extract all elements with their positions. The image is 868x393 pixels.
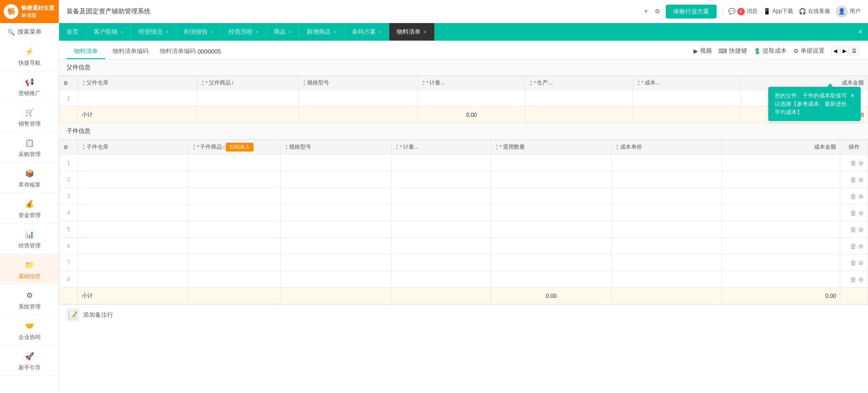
tab-history-close[interactable]: × (255, 29, 258, 35)
child-spec-3[interactable] (281, 188, 391, 205)
child-amount-1[interactable] (722, 155, 840, 171)
view-btn[interactable]: ▶ 视频 (693, 47, 712, 55)
child-unit-4[interactable] (391, 205, 491, 221)
child-spec-4[interactable] (281, 205, 391, 221)
delete-icon-6[interactable]: 🗑 (850, 242, 856, 250)
child-spec-1[interactable] (281, 155, 391, 171)
message-area[interactable]: 💬 6 消息 (728, 7, 758, 15)
child-qty-8[interactable] (491, 271, 612, 288)
child-spec-6[interactable] (281, 238, 391, 254)
tab-goods[interactable]: 商品 × (266, 23, 299, 41)
child-unit-5[interactable] (391, 221, 491, 238)
child-spec-7[interactable] (281, 254, 391, 271)
child-uprice-5[interactable] (611, 221, 722, 238)
child-warehouse-3[interactable] (78, 188, 188, 205)
child-goods-4[interactable] (188, 205, 281, 221)
child-col-settings[interactable]: ⚙ (60, 140, 78, 155)
tab-home[interactable]: 首页 (59, 23, 86, 41)
tab-goods-close[interactable]: × (289, 29, 291, 35)
get-cost-btn[interactable]: 💲 提取成本 (753, 47, 787, 55)
shortcut-btn[interactable]: ⌨ 快捷键 (718, 47, 747, 55)
parent-goods-cell[interactable] (197, 90, 299, 107)
child-uprice-8[interactable] (611, 271, 722, 288)
tab-business[interactable]: 经营情况 × (131, 23, 176, 41)
parent-warehouse-cell[interactable] (78, 90, 197, 107)
child-qty-6[interactable] (491, 238, 612, 254)
tab-profit-close[interactable]: × (211, 29, 213, 35)
copy-icon-6[interactable]: ⊕ (858, 242, 864, 250)
child-warehouse-1[interactable] (78, 155, 188, 171)
tab-barcode-close[interactable]: × (379, 29, 381, 35)
child-unit-6[interactable] (391, 238, 491, 254)
child-goods-6[interactable] (188, 238, 281, 254)
child-warehouse-7[interactable] (78, 254, 188, 271)
sidebar-item-caigou[interactable]: 📋 采购管理 (0, 132, 59, 163)
child-unit-3[interactable] (391, 188, 491, 205)
single-settings-btn[interactable]: ⚙ 单据设置 (793, 47, 825, 55)
sidebar-item-jingying[interactable]: 📊 经营管理 (0, 224, 59, 254)
tab-profit[interactable]: 利润报告 × (176, 23, 221, 41)
settings-icon[interactable]: ⚙ (655, 8, 660, 15)
sidebar-item-xiaoshou[interactable]: 🛒 销售管理 (0, 102, 59, 132)
sidebar-item-xinshou[interactable]: 🚀 新手引导 (0, 345, 59, 376)
trial-button[interactable]: 体验行业方案 (666, 5, 717, 18)
tab-history[interactable]: 经营历程 × (221, 23, 266, 41)
sidebar-item-qiye[interactable]: 🤝 企业协同 (0, 315, 59, 345)
child-amount-4[interactable] (722, 205, 840, 221)
close-all-tabs[interactable]: × (853, 28, 868, 36)
child-goods-info-icon[interactable]: ℹ (223, 145, 225, 150)
sidebar-item-zijin[interactable]: 💰 资金管理 (0, 193, 59, 224)
child-unit-2[interactable] (391, 171, 491, 188)
tab-customer-close[interactable]: × (121, 29, 123, 35)
tab-bom[interactable]: 物料清单 × (389, 23, 434, 41)
prev-btn[interactable]: ◀ (831, 47, 839, 55)
copy-icon-1[interactable]: ⊕ (858, 159, 864, 167)
child-amount-7[interactable] (722, 254, 840, 271)
delete-icon-3[interactable]: 🗑 (850, 193, 856, 200)
child-warehouse-2[interactable] (78, 171, 188, 188)
next-btn[interactable]: ▶ (840, 47, 849, 55)
user-area[interactable]: 👤 用户 (836, 6, 861, 18)
tooltip-close[interactable]: × (851, 91, 854, 100)
sidebar-item-kucun[interactable]: 📦 库存核算 (0, 163, 59, 193)
child-goods-8[interactable] (188, 271, 281, 288)
copy-icon-3[interactable]: ⊕ (858, 193, 864, 200)
child-amount-6[interactable] (722, 238, 840, 254)
search-menu[interactable]: 🔍 搜索菜单 (0, 23, 59, 41)
delete-icon-8[interactable]: 🗑 (850, 276, 856, 283)
child-qty-1[interactable] (491, 155, 612, 171)
parent-unit-cell[interactable] (418, 90, 525, 107)
copy-icon-4[interactable]: ⊕ (858, 209, 864, 217)
delete-icon-2[interactable]: 🗑 (850, 176, 856, 183)
tab-new-goods-close[interactable]: × (333, 29, 336, 35)
delete-icon-5[interactable]: 🗑 (850, 226, 856, 233)
sidebar-item-jichu[interactable]: 📁 基础信息 (0, 254, 59, 284)
child-spec-8[interactable] (281, 271, 391, 288)
child-unit-8[interactable] (391, 271, 491, 288)
system-dropdown-icon[interactable]: ▼ (643, 8, 649, 15)
sub-tab-bom[interactable]: 物料清单 (66, 44, 105, 59)
add-note-icon[interactable]: 📝 (66, 308, 79, 321)
child-warehouse-6[interactable] (78, 238, 188, 254)
child-unit-1[interactable] (391, 155, 491, 171)
parent-cost-cell[interactable] (633, 90, 741, 107)
child-qty-7[interactable] (491, 254, 612, 271)
tab-business-close[interactable]: × (165, 29, 168, 35)
tab-new-goods[interactable]: 新增商品 × (299, 23, 344, 41)
parent-col-settings[interactable]: ⚙ (60, 76, 78, 90)
child-goods-3[interactable] (188, 188, 281, 205)
child-spec-2[interactable] (281, 171, 391, 188)
child-warehouse-8[interactable] (78, 271, 188, 288)
copy-icon-2[interactable]: ⊕ (858, 176, 864, 183)
child-qty-4[interactable] (491, 205, 612, 221)
parent-spec-cell[interactable] (299, 90, 418, 107)
delete-icon-4[interactable]: 🗑 (850, 209, 856, 217)
child-amount-8[interactable] (722, 271, 840, 288)
child-spec-5[interactable] (281, 221, 391, 238)
copy-icon-5[interactable]: ⊕ (858, 226, 864, 233)
child-uprice-1[interactable] (611, 155, 722, 171)
child-goods-7[interactable] (188, 254, 281, 271)
child-uprice-7[interactable] (611, 254, 722, 271)
child-warehouse-5[interactable] (78, 221, 188, 238)
child-goods-1[interactable] (188, 155, 281, 171)
